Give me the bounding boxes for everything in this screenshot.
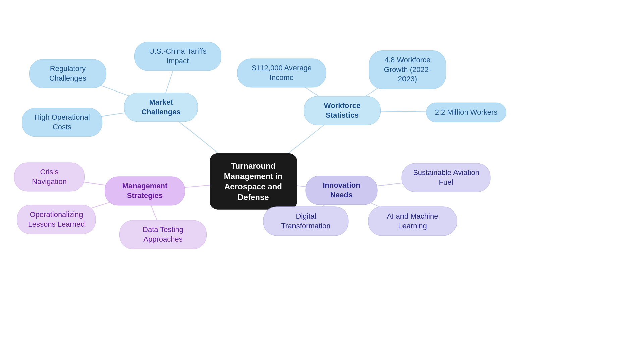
crisis-navigation-node: Crisis Navigation [14, 162, 85, 191]
avg-income-node: $112,000 Average Income [237, 58, 326, 87]
innovation-needs-label: Innovation Needs [314, 181, 369, 200]
ai-ml-node: AI and Machine Learning [368, 206, 457, 236]
regulatory-node: Regulatory Challenges [29, 59, 106, 88]
workers-node: 2.2 Million Workers [426, 103, 506, 122]
operationalizing-label: Operationalizing Lessons Learned [25, 210, 88, 229]
high-costs-node: High Operational Costs [22, 108, 102, 137]
avg-income-label: $112,000 Average Income [246, 63, 318, 82]
workers-label: 2.2 Million Workers [435, 108, 498, 117]
innovation-needs-node: Innovation Needs [306, 176, 378, 205]
workforce-stats-node: Workforce Statistics [304, 96, 381, 125]
us-china-label: U.S.-China Tariffs Impact [143, 47, 213, 66]
ai-ml-label: AI and Machine Learning [377, 211, 449, 231]
mindmap-container: Turnaround Management in Aerospace and D… [0, 0, 644, 363]
high-costs-label: High Operational Costs [30, 113, 94, 132]
digital-transform-node: Digital Transformation [263, 206, 349, 236]
market-challenges-node: Market Challenges [124, 93, 198, 122]
data-testing-label: Data Testing Approaches [128, 225, 198, 244]
center-node: Turnaround Management in Aerospace and D… [210, 153, 297, 210]
us-china-node: U.S.-China Tariffs Impact [134, 42, 221, 71]
data-testing-node: Data Testing Approaches [119, 220, 207, 249]
workforce-stats-label: Workforce Statistics [312, 101, 372, 120]
crisis-navigation-label: Crisis Navigation [22, 167, 76, 186]
sustainable-fuel-node: Sustainable Aviation Fuel [402, 163, 491, 192]
regulatory-label: Regulatory Challenges [38, 64, 98, 83]
market-challenges-label: Market Challenges [132, 98, 190, 117]
operationalizing-node: Operationalizing Lessons Learned [17, 205, 96, 234]
center-label: Turnaround Management in Aerospace and D… [219, 161, 287, 202]
workforce-growth-label: 4.8 Workforce Growth (2022-2023) [377, 55, 438, 84]
management-strategies-node: Management Strategies [105, 176, 185, 205]
management-strategies-label: Management Strategies [113, 181, 177, 200]
workforce-growth-node: 4.8 Workforce Growth (2022-2023) [369, 50, 446, 89]
digital-transform-label: Digital Transformation [272, 211, 340, 231]
sustainable-fuel-label: Sustainable Aviation Fuel [410, 168, 482, 187]
